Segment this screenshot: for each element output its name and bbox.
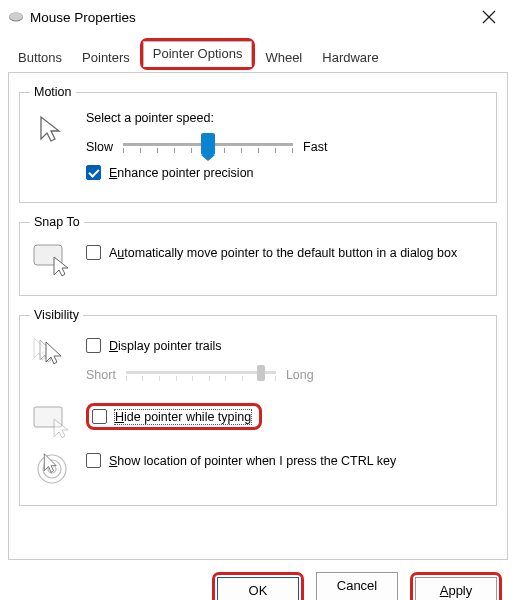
checkbox-unchecked-icon xyxy=(86,338,101,353)
hide-while-typing-label: Hide pointer while typing xyxy=(115,410,251,424)
speed-slider-thumb[interactable] xyxy=(201,133,215,155)
enhance-precision-label: Enhance pointer precision xyxy=(109,166,254,180)
checkbox-unchecked-icon xyxy=(86,245,101,260)
show-ctrl-location-label: Show location of pointer when I press th… xyxy=(109,454,396,468)
apply-button[interactable]: Apply xyxy=(415,577,497,600)
tab-buttons[interactable]: Buttons xyxy=(8,45,72,70)
tab-panel: Motion Select a pointer speed: Slow xyxy=(8,72,508,560)
long-label: Long xyxy=(286,368,314,382)
pointer-trails-icon xyxy=(30,334,74,370)
hide-pointer-icon xyxy=(30,403,74,439)
svg-point-1 xyxy=(9,13,22,21)
tab-wheel[interactable]: Wheel xyxy=(255,45,312,70)
visibility-group: Visibility Display pointer trails Short xyxy=(19,308,497,506)
mouse-device-icon xyxy=(8,11,24,23)
tab-strip: Buttons Pointers Pointer Options Wheel H… xyxy=(0,34,516,70)
trail-length-slider: Short Long xyxy=(86,363,486,387)
cursor-arrow-icon xyxy=(30,111,74,147)
title-bar: Mouse Properties xyxy=(0,0,516,34)
fast-label: Fast xyxy=(303,140,327,154)
window-title: Mouse Properties xyxy=(30,10,482,25)
close-icon xyxy=(482,10,496,24)
highlight-annotation: Hide pointer while typing xyxy=(86,403,262,430)
dialog-button-row: OK Cancel Apply xyxy=(0,560,516,600)
tab-pointers[interactable]: Pointers xyxy=(72,45,140,70)
snapto-group: Snap To Automatically move pointer to th… xyxy=(19,215,497,296)
highlight-annotation: Pointer Options xyxy=(140,38,256,70)
pointer-speed-slider[interactable]: Slow Fast xyxy=(86,135,486,159)
checkbox-unchecked-icon xyxy=(86,453,101,468)
snapto-label: Automatically move pointer to the defaul… xyxy=(109,245,457,262)
cancel-button[interactable]: Cancel xyxy=(316,572,398,600)
trail-slider-thumb xyxy=(257,365,265,381)
motion-group: Motion Select a pointer speed: Slow xyxy=(19,85,497,203)
ok-button[interactable]: OK xyxy=(217,577,299,600)
ctrl-locate-icon xyxy=(30,449,74,487)
checkbox-checked-icon xyxy=(86,165,101,180)
pointer-trails-checkbox[interactable]: Display pointer trails xyxy=(86,338,486,353)
visibility-legend: Visibility xyxy=(30,308,83,322)
tab-hardware[interactable]: Hardware xyxy=(312,45,388,70)
enhance-precision-checkbox[interactable]: Enhance pointer precision xyxy=(86,165,486,180)
hide-while-typing-checkbox[interactable]: Hide pointer while typing xyxy=(92,409,251,424)
highlight-annotation: OK xyxy=(212,572,304,600)
motion-legend: Motion xyxy=(30,85,76,99)
slow-label: Slow xyxy=(86,140,113,154)
show-ctrl-location-checkbox[interactable]: Show location of pointer when I press th… xyxy=(86,453,486,468)
close-button[interactable] xyxy=(482,10,506,24)
pointer-speed-label: Select a pointer speed: xyxy=(86,111,486,125)
highlight-annotation: Apply xyxy=(410,572,502,600)
pointer-trails-label: Display pointer trails xyxy=(109,339,222,353)
checkbox-unchecked-icon xyxy=(92,409,107,424)
tab-pointer-options[interactable]: Pointer Options xyxy=(143,41,253,67)
snapto-checkbox[interactable]: Automatically move pointer to the defaul… xyxy=(86,245,486,262)
snapto-icon xyxy=(30,241,74,277)
snapto-legend: Snap To xyxy=(30,215,84,229)
short-label: Short xyxy=(86,368,116,382)
